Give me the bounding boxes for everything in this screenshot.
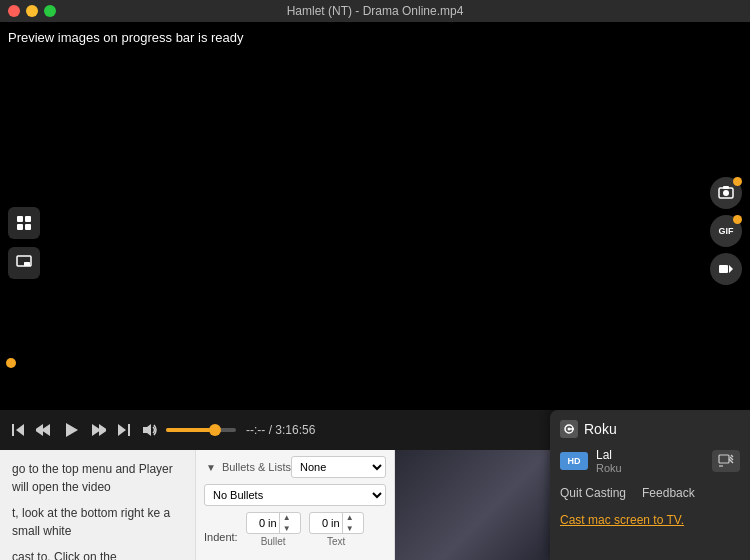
volume-thumb[interactable] — [209, 424, 221, 436]
bullet-indent-down[interactable]: ▼ — [280, 523, 294, 534]
volume-fill — [166, 428, 211, 432]
snapshot-button[interactable] — [710, 177, 742, 209]
svg-marker-10 — [729, 265, 733, 273]
thumbnail-image — [395, 450, 555, 560]
text-indent-value[interactable] — [310, 517, 342, 529]
step-forward-button[interactable] — [88, 420, 108, 440]
svg-point-33 — [568, 428, 571, 431]
skip-to-start-button[interactable] — [8, 420, 28, 440]
quit-casting-button[interactable]: Quit Casting — [560, 486, 626, 500]
progress-position-dot — [6, 358, 16, 368]
svg-rect-8 — [723, 186, 729, 189]
svg-rect-9 — [719, 265, 728, 273]
text-indent-group: ▲ ▼ Text — [309, 512, 364, 547]
roku-device-row: HD Lal Roku — [560, 448, 740, 474]
gif-button[interactable]: GIF — [710, 215, 742, 247]
format-panel: ▼ Bullets & Lists None No Bullets Indent… — [195, 450, 395, 560]
volume-button[interactable] — [140, 420, 160, 440]
text-sub-label: Text — [327, 536, 345, 547]
indent-row: Indent: ▲ ▼ Bullet ▲ ▼ — [204, 512, 386, 547]
text-line-2: t, look at the bottom right ke a small w… — [12, 504, 183, 540]
roku-title: Roku — [584, 421, 617, 437]
bullet-indent-input[interactable]: ▲ ▼ — [246, 512, 301, 534]
feedback-button[interactable]: Feedback — [642, 486, 695, 500]
bullets-dropdown[interactable]: None — [291, 456, 386, 478]
hd-badge: HD — [560, 452, 588, 470]
svg-rect-3 — [25, 224, 31, 230]
bullet-indent-value[interactable] — [247, 517, 279, 529]
bullet-sub-label: Bullet — [261, 536, 286, 547]
cast-to-tv-button[interactable] — [712, 450, 740, 472]
badge-dot — [733, 177, 742, 186]
pip-button[interactable] — [8, 247, 40, 279]
grid-view-button[interactable] — [8, 207, 40, 239]
svg-marker-17 — [99, 424, 106, 436]
skip-to-end-button[interactable] — [114, 420, 134, 440]
side-buttons: GIF — [710, 177, 742, 285]
roku-actions: Quit Casting Feedback — [560, 486, 740, 500]
svg-marker-11 — [16, 424, 24, 436]
time-display: --:-- / 3:16:56 — [246, 423, 315, 437]
device-info: Lal Roku — [596, 448, 712, 474]
gif-label: GIF — [719, 226, 734, 236]
format-section-header: ▼ Bullets & Lists None — [204, 456, 386, 478]
svg-rect-0 — [17, 216, 23, 222]
maximize-button[interactable] — [44, 5, 56, 17]
roku-header: Roku — [560, 420, 740, 438]
video-area: Preview images on progress bar is ready — [0, 22, 750, 410]
svg-marker-14 — [36, 424, 43, 436]
badge-dot-gif — [733, 215, 742, 224]
close-button[interactable] — [8, 5, 20, 17]
window-title: Hamlet (NT) - Drama Online.mp4 — [287, 4, 464, 18]
left-side-buttons — [8, 207, 40, 279]
indent-label: Indent: — [204, 531, 238, 543]
text-indent-up[interactable]: ▲ — [343, 512, 357, 523]
svg-rect-12 — [12, 424, 14, 436]
bullet-indent-arrows: ▲ ▼ — [279, 512, 294, 534]
title-bar: Hamlet (NT) - Drama Online.mp4 — [0, 0, 750, 22]
roku-popup: Roku HD Lal Roku Quit Casting Feedback — [550, 410, 750, 560]
svg-point-7 — [723, 190, 729, 196]
svg-marker-18 — [118, 424, 126, 436]
text-line-3: cast to. Click on the — [12, 548, 183, 560]
step-back-button[interactable] — [34, 420, 54, 440]
svg-line-36 — [731, 455, 733, 457]
svg-rect-5 — [24, 262, 30, 266]
text-indent-arrows: ▲ ▼ — [342, 512, 357, 534]
no-bullets-dropdown[interactable]: No Bullets — [204, 484, 386, 506]
minimize-button[interactable] — [26, 5, 38, 17]
text-indent-down[interactable]: ▼ — [343, 523, 357, 534]
svg-rect-34 — [719, 455, 729, 463]
video-thumbnail — [395, 450, 555, 560]
play-button[interactable] — [60, 419, 82, 441]
svg-rect-1 — [25, 216, 31, 222]
svg-rect-19 — [128, 424, 130, 436]
roku-icon — [560, 420, 578, 438]
svg-line-37 — [730, 457, 733, 460]
cast-mac-screen-button[interactable]: Cast mac screen to TV. — [560, 513, 684, 527]
bullets-section-label: Bullets & Lists — [222, 461, 291, 473]
text-panel: go to the top menu and Player will open … — [0, 450, 195, 560]
device-type: Roku — [596, 462, 712, 474]
volume-slider[interactable] — [166, 428, 236, 432]
bullet-indent-group: ▲ ▼ Bullet — [246, 512, 301, 547]
bottom-panel: go to the top menu and Player will open … — [0, 450, 750, 560]
record-button[interactable] — [710, 253, 742, 285]
text-indent-input[interactable]: ▲ ▼ — [309, 512, 364, 534]
device-name: Lal — [596, 448, 712, 462]
bullet-indent-up[interactable]: ▲ — [280, 512, 294, 523]
text-line-1: go to the top menu and Player will open … — [12, 460, 183, 496]
svg-marker-20 — [143, 424, 151, 436]
svg-marker-15 — [66, 423, 78, 437]
window-controls — [8, 5, 56, 17]
preview-message: Preview images on progress bar is ready — [8, 30, 244, 45]
svg-rect-2 — [17, 224, 23, 230]
volume-track[interactable] — [166, 428, 236, 432]
